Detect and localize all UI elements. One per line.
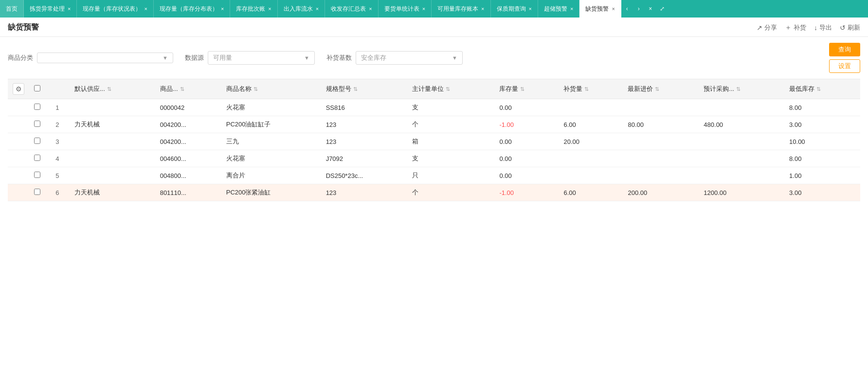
settings-button[interactable]: 设置	[829, 59, 860, 73]
col-product-name-sort-icon[interactable]: ⇅	[253, 86, 258, 92]
row-replenish-qty-cell: 6.00	[559, 116, 623, 133]
tab-prev-btn[interactable]: ‹	[621, 0, 633, 18]
tab-inventory-status-close[interactable]: ×	[144, 6, 147, 12]
tab-next-btn[interactable]: ›	[633, 0, 645, 18]
row-latest-price-cell	[623, 99, 699, 116]
tab-available-ledger[interactable]: 可用量库存账本 ×	[432, 0, 490, 18]
row-spec-cell: 123	[321, 116, 407, 133]
tab-inventory-dist-close[interactable]: ×	[221, 6, 224, 12]
tab-exception[interactable]: 拣货异常处理 ×	[24, 0, 77, 18]
replenish-base-label: 补货基数	[326, 53, 352, 62]
tab-close-all-btn[interactable]: ×	[645, 0, 656, 18]
row-supplier-cell	[70, 150, 155, 167]
row-checkbox-3[interactable]	[34, 155, 40, 161]
refresh-btn[interactable]: ↺ 刷新	[840, 23, 860, 32]
datasource-select-value: 可用量	[213, 53, 232, 62]
row-checkbox-2[interactable]	[34, 138, 40, 144]
row-product-name-cell: 火花塞	[221, 150, 321, 167]
tab-in-out-flow[interactable]: 出入库流水 ×	[278, 0, 325, 18]
table-row: 2 力天机械 004200... PC200油缸缸子 123 个 -1.00 6…	[8, 116, 860, 133]
col-unit-sort-icon[interactable]: ⇅	[446, 86, 450, 92]
tab-home[interactable]: 首页	[0, 0, 24, 18]
row-supplier-cell	[70, 133, 155, 150]
row-num-cell: 3	[45, 133, 70, 150]
col-min-stock-sort-icon[interactable]: ⇅	[816, 86, 821, 92]
table-row: 3 004200... 三九 123 箱 0.00 20.00 10.00	[8, 133, 860, 150]
tab-inventory-dist[interactable]: 现存量（库存分布表） ×	[154, 0, 230, 18]
tab-available-ledger-label: 可用量库存账本	[437, 5, 478, 13]
tab-demand-stats-close[interactable]: ×	[422, 6, 425, 12]
col-est-purchase-sort-icon[interactable]: ⇅	[736, 86, 741, 92]
row-supplier-cell: 力天机械	[70, 116, 155, 133]
replenish-base-select[interactable]: 安全库存 ▼	[356, 51, 463, 65]
table-body: 1 0000042 火花塞 SS816 支 0.00 8.00 2 力天机械 0…	[8, 99, 860, 201]
page-header: 缺货预警 ↗ 分享 ＋ 补货 ↓ 导出 ↺ 刷新	[0, 18, 868, 37]
row-spec-cell: 123	[321, 184, 407, 201]
row-checkbox-5[interactable]	[34, 189, 40, 195]
tab-exception-close[interactable]: ×	[68, 6, 71, 12]
row-supplier-cell	[70, 167, 155, 184]
row-product-name-cell: PC200油缸缸子	[221, 116, 321, 133]
tab-shortage-close[interactable]: ×	[612, 6, 615, 12]
tab-expiry-query-close[interactable]: ×	[529, 6, 532, 12]
row-checkbox-4[interactable]	[34, 172, 40, 178]
row-spec-cell: J7092	[321, 150, 407, 167]
tab-shortage[interactable]: 缺货预警 ×	[579, 0, 621, 18]
col-default-supplier: 默认供应... ⇅	[70, 79, 155, 99]
row-product-code-cell: 004200...	[155, 116, 221, 133]
tab-expiry-query[interactable]: 保质期查询 ×	[491, 0, 538, 18]
share-btn[interactable]: ↗ 分享	[757, 23, 777, 32]
tab-exception-label: 拣货异常处理	[30, 5, 65, 13]
tab-receive-summary[interactable]: 收发存汇总表 ×	[325, 0, 378, 18]
tab-receive-summary-close[interactable]: ×	[369, 6, 372, 12]
table-row: 1 0000042 火花塞 SS816 支 0.00 8.00	[8, 99, 860, 116]
replenish-btn[interactable]: ＋ 补货	[785, 23, 806, 32]
row-est-purchase-cell	[699, 133, 784, 150]
datasource-select[interactable]: 可用量 ▼	[208, 51, 315, 65]
col-product-code-sort-icon[interactable]: ⇅	[180, 86, 184, 92]
category-chevron-icon: ▼	[163, 55, 168, 61]
tab-batch-account-close[interactable]: ×	[268, 6, 271, 12]
row-settings-cell	[8, 116, 29, 133]
query-button[interactable]: 查询	[829, 43, 860, 56]
row-replenish-qty-cell	[559, 99, 623, 116]
column-settings-btn[interactable]: ⚙	[13, 83, 24, 95]
row-checkbox-1[interactable]	[34, 121, 40, 127]
tab-overstock-close[interactable]: ×	[570, 6, 573, 12]
tab-fullscreen-btn[interactable]: ⤢	[656, 0, 668, 18]
col-replenish-qty: 补货量 ⇅	[559, 79, 623, 99]
tab-home-label: 首页	[6, 5, 18, 13]
tab-available-ledger-close[interactable]: ×	[481, 6, 484, 12]
col-product-name: 商品名称 ⇅	[221, 79, 321, 99]
col-default-supplier-sort-icon[interactable]: ⇅	[107, 86, 111, 92]
row-checkbox-cell	[29, 133, 45, 150]
tab-demand-stats-label: 要货单统计表	[384, 5, 419, 13]
select-all-checkbox[interactable]	[34, 85, 40, 91]
col-unit: 主计量单位 ⇅	[407, 79, 495, 99]
row-checkbox-cell	[29, 99, 45, 116]
col-replenish-qty-sort-icon[interactable]: ⇅	[584, 86, 589, 92]
col-spec-sort-icon[interactable]: ⇅	[353, 86, 358, 92]
col-latest-price-sort-icon[interactable]: ⇅	[655, 86, 659, 92]
replenish-label: 补货	[794, 23, 806, 32]
row-checkbox-cell	[29, 167, 45, 184]
col-replenish-qty-label: 补货量	[563, 85, 582, 93]
datasource-chevron-icon: ▼	[304, 55, 309, 61]
tab-overstock[interactable]: 超储预警 ×	[538, 0, 579, 18]
tab-inventory-status-label: 现存量（库存状况表）	[83, 5, 141, 13]
tab-inventory-status[interactable]: 现存量（库存状况表） ×	[77, 0, 153, 18]
export-btn[interactable]: ↓ 导出	[814, 23, 832, 32]
row-stock-cell: -1.00	[494, 116, 559, 133]
category-select[interactable]: ▼	[37, 53, 173, 63]
refresh-icon: ↺	[840, 24, 846, 32]
tab-demand-stats[interactable]: 要货单统计表 ×	[379, 0, 432, 18]
tab-batch-account[interactable]: 库存批次账 ×	[230, 0, 277, 18]
row-checkbox-0[interactable]	[34, 104, 40, 110]
col-product-code-label: 商品...	[160, 85, 178, 93]
col-stock-sort-icon[interactable]: ⇅	[520, 86, 524, 92]
row-est-purchase-cell	[699, 150, 784, 167]
row-spec-cell: 123	[321, 133, 407, 150]
row-unit-cell: 支	[407, 150, 495, 167]
col-stock: 库存量 ⇅	[494, 79, 559, 99]
tab-in-out-flow-close[interactable]: ×	[316, 6, 319, 12]
